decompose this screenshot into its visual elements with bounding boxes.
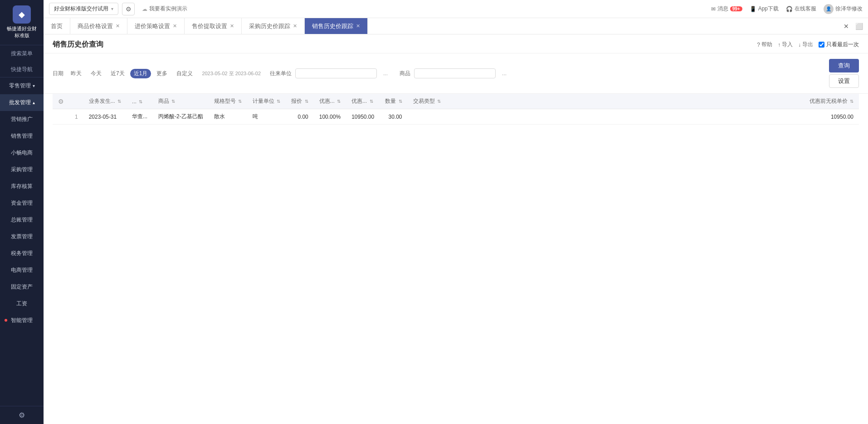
row-number: 1 [75,114,78,120]
date-last7[interactable]: 近7天 [107,69,128,78]
import-link[interactable]: ↑ 导入 [778,41,793,48]
row-qty-cell: 30.00 [380,109,407,125]
sidebar-item-wholesale[interactable]: 批发管理 ▴ [0,94,44,111]
export-link[interactable]: ↓ 导出 [798,41,813,48]
chevron-down-icon: ▾ [111,6,113,11]
app-download-button[interactable]: 📱 App下载 [750,5,779,13]
settings-icon[interactable]: ⚙ [19,411,25,419]
col-discount-pct[interactable]: 优惠... ⇅ [314,94,346,109]
close-icon[interactable]: ✕ [293,23,297,29]
tab-label: 采购历史价跟踪 [249,22,290,30]
sidebar-item-label: 电商管理 [11,266,33,274]
tab-purchase-history[interactable]: 采购历史价跟踪 ✕ [242,18,305,34]
sidebar-item-marketing[interactable]: 营销推广 [0,111,44,128]
sidebar-item-ecommerce-small[interactable]: 小畅电商 [0,145,44,161]
online-service-button[interactable]: 🎧 在线客服 [786,5,816,13]
user-menu[interactable]: 👤 徐泽华修改 [824,4,863,14]
message-button[interactable]: ✉ 消息 99+ [711,5,742,13]
product-label: 商品 [400,70,410,77]
tab-sale-extract[interactable]: 售价提取设置 ✕ [185,18,242,34]
source-more[interactable]: ... [380,69,390,77]
col-price[interactable]: 报价 ⇅ [286,94,313,109]
product-more[interactable]: ... [499,69,509,77]
topbar-settings-button[interactable]: ⚙ [122,3,135,15]
date-more[interactable]: 更多 [153,69,171,78]
sidebar: ◆ 畅捷通好业财 标准版 搜索菜单 快捷导航 零售管理 ▾ 批发管理 ▴ 营销推… [0,0,44,424]
only-last-label: 只看最后一次 [826,41,859,48]
tab-purchase-strategy[interactable]: 进价策略设置 ✕ [127,18,185,34]
import-label: 导入 [782,41,793,48]
col-unit[interactable]: 计量单位 ⇅ [247,94,286,109]
gear-icon[interactable]: ⚙ [58,98,64,105]
col-product[interactable]: 商品 ⇅ [153,94,209,109]
sidebar-item-assets[interactable]: 固定资产 [0,279,44,295]
col-spec[interactable]: 规格型号 ⇅ [209,94,247,109]
tab-product-price[interactable]: 商品价格设置 ✕ [70,18,127,34]
phone-icon: 📱 [750,6,756,12]
tab-label: 进价策略设置 [135,22,170,30]
notification-dot [5,319,7,322]
date-last1m[interactable]: 近1月 [130,69,151,78]
close-icon[interactable]: ✕ [116,23,120,29]
close-icon[interactable]: ✕ [230,23,234,29]
tab-sale-history[interactable]: 销售历史价跟踪 ✕ [305,18,368,34]
avatar: 👤 [824,4,834,14]
sort-icon: ⇅ [370,99,373,104]
product-input[interactable] [414,68,496,78]
filter-actions: 查询 设置 [829,59,859,88]
col-trade-type[interactable]: 交易类型 ⇅ [408,94,446,109]
close-icon[interactable]: ✕ [356,23,360,29]
sort-icon: ⇅ [171,99,175,104]
row-unit-cell: 吨 [247,109,286,125]
sidebar-item-smart[interactable]: 智能管理 [0,312,44,329]
message-label: 消息 [717,5,728,13]
date-today[interactable]: 今天 [87,69,105,78]
demo-link[interactable]: ☁ 我要看实例演示 [142,5,187,13]
sidebar-item-label: 税务管理 [11,250,33,257]
col-num [69,94,83,109]
only-last-checkbox-label[interactable]: 只看最后一次 [819,41,859,48]
col3[interactable]: ... ⇅ [127,94,153,109]
row-qty: 30.00 [389,114,402,120]
only-last-checkbox[interactable] [819,42,824,48]
col-qty[interactable]: 数量 ⇅ [380,94,407,109]
tab-home[interactable]: 首页 [44,18,70,34]
export-label: 导出 [802,41,813,48]
sidebar-item-finance[interactable]: 资金管理 [0,195,44,212]
sidebar-logo-text2: 标准版 [4,32,40,39]
close-tab-button[interactable]: ✕ [841,21,852,32]
date-yesterday[interactable]: 昨天 [67,69,85,78]
col-date[interactable]: 业务发生... ⇅ [83,94,127,109]
sidebar-logo-text1: 畅捷通好业财 [4,25,40,32]
col-pretax-price[interactable]: 优惠前无税单价 ⇅ [804,94,859,109]
date-custom[interactable]: 自定义 [173,69,196,78]
sort-icon: ⇅ [139,99,142,104]
date-options: 昨天 今天 近7天 近1月 更多 自定义 [67,69,196,78]
close-icon[interactable]: ✕ [173,23,177,29]
sort-icon: ⇅ [399,99,402,104]
sidebar-search[interactable]: 搜索菜单 [0,45,44,62]
sidebar-item-retail[interactable]: 零售管理 ▾ [0,77,44,94]
row-col3-cell: 华查... [127,109,153,125]
help-link[interactable]: ? 帮助 [757,41,772,48]
row-spec: 散水 [214,113,225,120]
settings-button[interactable]: 设置 [829,74,859,88]
sidebar-item-ecommerce[interactable]: 电商管理 [0,262,44,279]
sidebar-item-payroll[interactable]: 工资 [0,295,44,312]
sidebar-item-purchase[interactable]: 采购管理 [0,161,44,178]
sidebar-item-ledger[interactable]: 总账管理 [0,212,44,228]
maximize-button[interactable]: ⬜ [853,21,864,32]
col-discount-amt[interactable]: 优惠... ⇅ [346,94,380,109]
sidebar-item-invoice[interactable]: 发票管理 [0,228,44,245]
row-price-cell: 0.00 [286,109,313,125]
source-input[interactable] [295,68,377,78]
sidebar-item-inventory[interactable]: 库存核算 [0,178,44,195]
table-row: 1 2023-05-31 华查... 丙烯酸-2-乙基己酯 [53,109,859,125]
export-icon: ↓ [798,42,801,48]
sidebar-item-label: 库存核算 [11,183,33,190]
sidebar-quicknav[interactable]: 快捷导航 [0,62,44,77]
sidebar-item-sales[interactable]: 销售管理 [0,128,44,145]
sidebar-item-tax[interactable]: 税务管理 [0,245,44,262]
query-button[interactable]: 查询 [829,59,859,72]
module-select[interactable]: 好业财标准版交付试用 ▾ [49,3,118,15]
